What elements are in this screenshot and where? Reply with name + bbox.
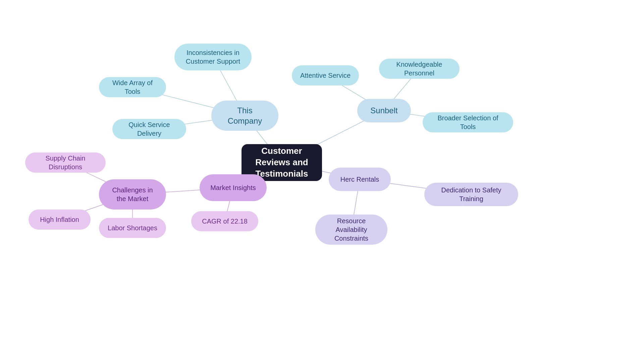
node-market_insights: Market Insights [200, 174, 267, 201]
node-challenges: Challenges in the Market [99, 179, 166, 209]
node-supply_chain: Supply Chain Disruptions [25, 153, 106, 173]
node-quick_service: Quick Service Delivery [112, 119, 186, 139]
node-attentive: Attentive Service [292, 65, 359, 85]
node-resource: Resource Availability Constraints [315, 215, 387, 245]
mind-map-connections [0, 0, 644, 363]
node-herc: Herc Rentals [329, 168, 391, 191]
node-this_company: This Company [211, 101, 278, 131]
node-wide_array: Wide Array of Tools [99, 77, 166, 97]
node-knowledgeable: Knowledgeable Personnel [379, 59, 460, 79]
node-sunbelt: Sunbelt [357, 99, 411, 122]
node-dedication: Dedication to Safety Training [424, 183, 518, 206]
node-cagr: CAGR of 22.18 [191, 211, 258, 231]
node-inconsistencies: Inconsistencies in Customer Support [174, 44, 252, 70]
node-broader: Broader Selection of Tools [423, 112, 513, 132]
node-labor: Labor Shortages [99, 218, 166, 238]
node-high_inflation: High Inflation [29, 209, 91, 230]
